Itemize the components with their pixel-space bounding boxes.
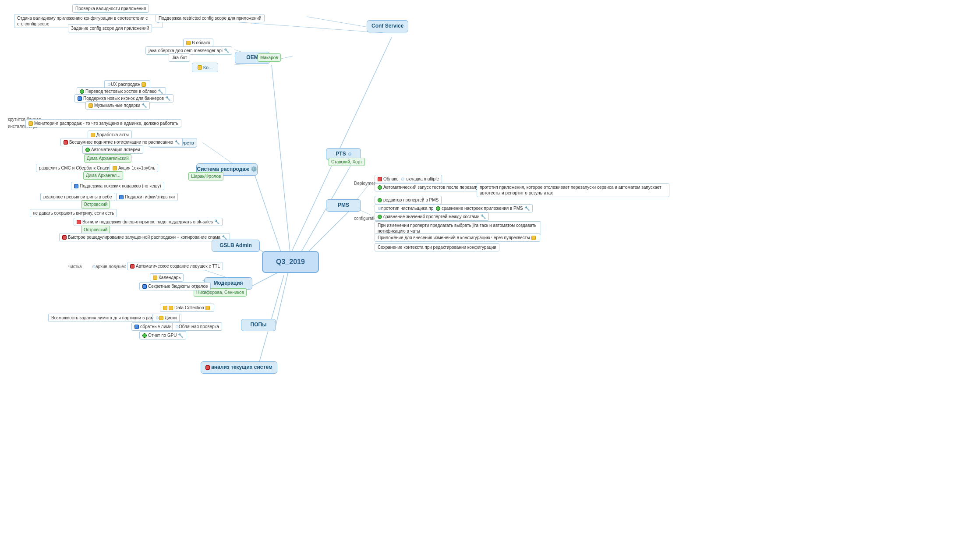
oem-label: OEM: [246, 54, 258, 61]
svg-line-1: [272, 65, 290, 256]
pms-prototip: прототип приложения, которое отслеживает…: [477, 183, 669, 197]
popy-label: ПОПы: [251, 322, 267, 329]
center-node: Q3_2019: [262, 251, 319, 273]
pms-prlog: Приложение для внесения изменений в конф…: [375, 233, 540, 242]
popy-node: ПОПы: [241, 319, 276, 331]
avtomat-task: Автоматизация лотереи: [82, 145, 143, 154]
gslb-label: GSLB Admin: [219, 242, 252, 249]
analiz-node: анализ текущих систем: [201, 361, 277, 374]
oem-task-ko: Ко...: [192, 63, 218, 72]
gslb-node: GSLB Admin: [212, 240, 260, 252]
sistema-persons: Шарак/Фролов: [188, 172, 223, 180]
conf-service-node: Conf Service: [367, 20, 408, 32]
vypili-task: Выпили поддержку флеш-открыток, надо под…: [74, 218, 223, 226]
pms-save: Сохранение контекста при редактировании …: [375, 243, 499, 251]
dima-arkh2: Дима Архангел...: [83, 171, 123, 180]
oem-task-cloud: В облако: [183, 39, 213, 47]
gpu-task: Отчет по GPU 🔧: [139, 331, 186, 339]
dima-arkh1: Дима Архангельский: [84, 154, 131, 163]
svg-line-7: [275, 272, 288, 329]
oem-makarov: Макаров: [258, 53, 281, 62]
conf-task-3: Задание config scope для приложений: [68, 24, 152, 32]
mindmap-container: Q3_2019 Conf Service Проверка валидности…: [0, 0, 980, 548]
pts-persons: Ставский, Хорт: [329, 158, 365, 166]
pms-oblako: Облако ⊙ вкладка multiple: [375, 175, 442, 183]
pms-node: PMS: [326, 199, 361, 212]
diski-task: ⊙Диски: [152, 314, 180, 322]
gifki-task: Подарки гифки/открытки: [116, 193, 178, 201]
svg-line-14: [279, 56, 293, 59]
pms-editor: редактор пропертей в PMS: [375, 196, 442, 204]
moderacia-label: Модерация: [213, 280, 243, 287]
conf-task-4: Поддержка restricted config scope для пр…: [156, 14, 265, 22]
oem-task-jira: Jira-бот: [169, 53, 190, 62]
monitoring-task: Мониторинг распродаж - то что запущено в…: [25, 119, 181, 127]
lovushki-task: Автоматическое создание ловушек с TTL: [127, 262, 223, 270]
svg-line-10: [223, 21, 383, 33]
chistka-label: чистка: [65, 262, 85, 271]
music-task: Музыкальные подарки 🔧: [85, 101, 150, 110]
conf-service-label: Conf Service: [371, 23, 403, 30]
moderacia-node: Модерация: [204, 277, 252, 290]
byudzhet-task: Секретные бюджеты отделов: [139, 282, 211, 290]
ostr1: Островский: [81, 200, 110, 209]
data-collection-task: Data Collection: [160, 304, 214, 312]
oblachnaya-task: ⊙Облачная проверка: [172, 322, 222, 331]
pms-sravnenie2: сравнение значений пропертей между хоста…: [375, 212, 489, 221]
ne-davat-task: не давать сохранять витрину, если есть: [30, 209, 117, 217]
center-label: Q3_2019: [276, 258, 305, 267]
bystroe-task: Быстрое решедулирование запущенной распр…: [59, 233, 230, 241]
analiz-label: анализ текущих систем: [211, 364, 272, 371]
conf-task-1: Проверка валидности приложения: [72, 4, 149, 13]
arhiv-label: ⊙архив ловушек: [88, 262, 129, 271]
podhody-task: Поддержка похожих подарков (по кешу): [71, 182, 164, 190]
pms-sravnenie1: сравнение настроек приложения в PMS 🔧: [433, 204, 533, 212]
kalendar-task: Календарь: [150, 273, 184, 282]
pms-label: PMS: [338, 202, 349, 209]
pts-label: PTS: [336, 151, 346, 158]
